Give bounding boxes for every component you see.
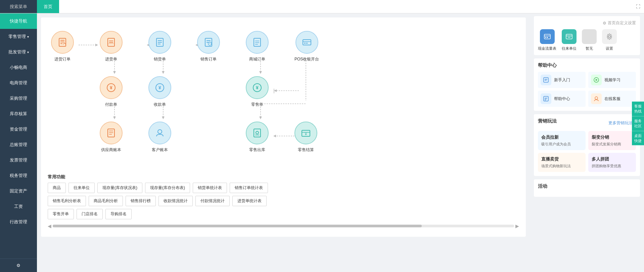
sidebar-settings[interactable]: ⚙	[0, 259, 37, 272]
arrow-down-retail-order	[258, 106, 263, 120]
qa-icon-contacts	[562, 29, 577, 44]
cf-btn-payment-stat[interactable]: 付款情况统计	[195, 196, 230, 206]
help-label-service: 在线客服	[604, 96, 620, 102]
help-icon-beginner	[541, 75, 551, 85]
node-purchase-order[interactable]: 进货订单	[51, 31, 74, 62]
qa-label-contacts: 往来单位	[562, 46, 577, 51]
sidebar-item-inventory[interactable]: 库存核算	[0, 106, 37, 122]
node-supplier-account[interactable]: 供应商账本	[100, 122, 123, 153]
cf-btn-sale-stat[interactable]: 销货单统计表	[193, 183, 227, 193]
sidebar-item-admin[interactable]: 行政管理	[0, 214, 37, 230]
mkt-item-member[interactable]: 会员拉新 吸引用户成为会员	[538, 131, 586, 150]
help-center: 帮助中心 新手入门 视频学习	[534, 58, 640, 111]
qa-item-settings[interactable]: 设置	[602, 29, 617, 51]
sidebar-item-invoice[interactable]: 发票管理	[0, 152, 37, 168]
svg-rect-68	[544, 34, 550, 39]
sidebar-item-quick-nav[interactable]: 快捷导航	[0, 13, 37, 29]
expand-icon[interactable]: ⛶	[635, 3, 641, 10]
sidebar-item-finance[interactable]: 资金管理	[0, 122, 37, 137]
cf-btn-guide-rank[interactable]: 导购排名	[105, 209, 132, 219]
node-circle-payment-in: ¥	[148, 76, 171, 99]
marketing-grid: 会员拉新 吸引用户成为会员 裂变分销 裂变式发展分销商 直播卖货 场景式购物新玩…	[538, 131, 636, 172]
cf-btn-sale-profit[interactable]: 销售毛利分析表	[48, 196, 86, 206]
svg-rect-71	[547, 37, 548, 38]
svg-marker-45	[274, 89, 277, 92]
cf-btn-stock-status[interactable]: 现存量(库存状况表)	[97, 183, 142, 193]
sidebar-item-ecommerce-small[interactable]: 小畅电商	[0, 60, 37, 75]
qa-settings-label[interactable]: 首页自定义设置	[608, 20, 636, 26]
help-item-video[interactable]: 视频学习	[588, 72, 636, 88]
cf-btn-stock-dist[interactable]: 现存量(库存分布表)	[145, 183, 190, 193]
node-label-retail-out: 零售出库	[249, 147, 265, 153]
node-pos-cashier[interactable]: POS收银开台	[294, 31, 319, 62]
qa-label-none: 暂无	[586, 46, 593, 51]
flow-diagram: 进货订单 进货单	[48, 24, 336, 169]
node-purchase-bill[interactable]: 进货单	[100, 31, 123, 62]
help-icon-service	[591, 93, 602, 104]
mkt-item-fission[interactable]: 裂变分销 裂变式发展分销商	[588, 131, 636, 150]
sidebar-item-tax[interactable]: 税务管理	[0, 168, 37, 183]
svg-text:¥: ¥	[256, 85, 259, 90]
tab-home[interactable]: 首页	[37, 0, 59, 13]
sidebar-item-ledger[interactable]: 总账管理	[0, 137, 37, 152]
help-item-beginner[interactable]: 新手入门	[538, 72, 586, 88]
sidebar-item-wholesale[interactable]: 批发管理 ▾	[0, 44, 37, 60]
cf-btn-goods-profit[interactable]: 商品毛利分析	[89, 196, 123, 206]
main-panel: 进货订单 进货单	[37, 13, 530, 272]
help-label-help: 帮助中心	[554, 96, 570, 102]
scroll-thumb	[53, 225, 422, 227]
top-bar-right: ⛶	[635, 0, 644, 13]
search-menu-btn[interactable]: 搜索菜单	[0, 0, 37, 13]
main-layout: 快捷导航 零售管理 ▾ 批发管理 ▾ 小畅电商 电商管理 采购管理 库存核算 资…	[0, 13, 644, 272]
node-retail-settle[interactable]: ¥ 零售结算	[294, 122, 317, 153]
scroll-right-arrow[interactable]: ▶	[515, 223, 519, 229]
activity-section: 活动	[534, 179, 640, 197]
node-payment-in[interactable]: ¥ 收款单	[148, 76, 171, 107]
qa-item-contacts[interactable]: 往来单位	[562, 29, 577, 51]
float-btn-service[interactable]: 客服热线	[632, 102, 644, 117]
sidebar-item-assets[interactable]: 固定资产	[0, 183, 37, 199]
arrow-pos-retail	[273, 88, 300, 93]
node-mall-order[interactable]: 商城订单	[246, 31, 269, 62]
sidebar-item-purchase[interactable]: 采购管理	[0, 91, 37, 106]
node-payment-out[interactable]: ¥ 付款单	[100, 76, 123, 107]
cf-btn-retail-order[interactable]: 零售开单	[48, 209, 74, 219]
node-sale-bill[interactable]: 销货单	[148, 31, 171, 62]
cf-btn-purchase-stat[interactable]: 进货单统计表	[232, 196, 267, 206]
node-circle-sale-order	[197, 31, 220, 54]
node-sale-order[interactable]: 销售订单	[197, 31, 220, 62]
mkt-title-fission: 裂变分销	[592, 134, 633, 140]
cf-btn-contacts[interactable]: 往来单位	[68, 183, 95, 193]
sidebar-item-salary[interactable]: 工资	[0, 199, 37, 214]
help-item-help[interactable]: 帮助中心	[538, 91, 586, 107]
float-btn-desktop[interactable]: 桌面快捷	[632, 131, 644, 145]
help-label-beginner: 新手入门	[554, 77, 570, 83]
settings-small-icon: ⚙	[603, 21, 606, 26]
qa-item-cashflow[interactable]: 现金流量表	[538, 29, 556, 51]
float-btn-community[interactable]: 服务社区	[632, 116, 644, 131]
cf-btn-goods[interactable]: 商品	[48, 183, 66, 193]
cf-btn-sale-order-stat[interactable]: 销售订单统计表	[230, 183, 268, 193]
cf-btn-store-rank[interactable]: 门店排名	[77, 209, 103, 219]
help-item-service[interactable]: 在线客服	[588, 91, 636, 107]
scroll-track[interactable]	[53, 225, 514, 227]
mkt-item-live[interactable]: 直播卖货 场景式购物新玩法	[538, 153, 586, 172]
cf-btn-sale-rank[interactable]: 销售排行榜	[126, 196, 156, 206]
sidebar-item-ecommerce-mgmt[interactable]: 电商管理	[0, 75, 37, 91]
svg-marker-35	[259, 71, 262, 74]
svg-marker-80	[596, 79, 598, 81]
activity-title: 活动	[538, 183, 636, 189]
cf-btn-receipt-stat[interactable]: 收款情况统计	[158, 196, 193, 206]
qa-item-none[interactable]: 暂无	[582, 29, 597, 51]
node-retail-out[interactable]: 零售出库	[246, 122, 269, 153]
node-customer-account[interactable]: 客户账本	[148, 122, 171, 153]
mkt-item-group[interactable]: 多人拼团 拼团购物享受优惠	[588, 153, 636, 172]
scroll-left-arrow[interactable]: ◀	[48, 223, 51, 229]
mkt-desc-fission: 裂变式发展分销商	[592, 142, 633, 147]
svg-rect-26	[303, 40, 311, 45]
pos-left-line	[257, 100, 306, 105]
node-label-customer-account: 客户账本	[152, 147, 168, 153]
scrollbar-area: ◀ ▶	[48, 222, 519, 230]
sidebar-item-retail[interactable]: 零售管理 ▾	[0, 29, 37, 44]
svg-rect-28	[304, 43, 306, 44]
